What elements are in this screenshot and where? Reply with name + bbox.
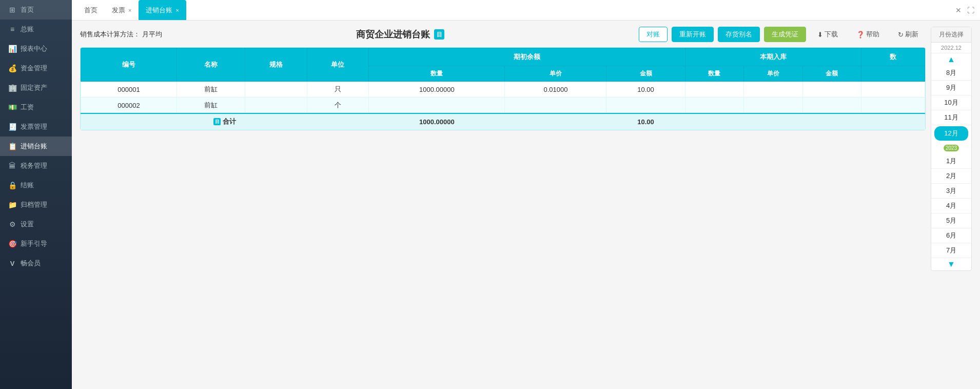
month-nav-up[interactable]: ▲: [931, 53, 971, 66]
close-invoice-tab[interactable]: ×: [128, 7, 131, 13]
sidebar-item-member[interactable]: V 畅会员: [0, 254, 72, 273]
col-header-id: 编号: [81, 48, 177, 82]
month-nav-down[interactable]: ▼: [931, 258, 971, 270]
refresh-button[interactable]: ↻ 刷新: [891, 27, 926, 42]
table-row: 000002 前缸 个: [81, 98, 925, 114]
sidebar-item-closing[interactable]: 🔒 结账: [0, 176, 72, 195]
content-area: 销售成本计算方法： 月平均 商贸企业进销台账 目 对账 重新开账 存货别名 生成…: [72, 21, 980, 389]
sidebar-item-ledger[interactable]: ≡ 总账: [0, 20, 72, 39]
download-icon: ⬇: [817, 31, 823, 38]
month-item-1[interactable]: 1月: [931, 154, 971, 169]
total-icon: 目: [213, 118, 221, 125]
month-item-4[interactable]: 4月: [931, 199, 971, 213]
home-icon: ⊞: [8, 6, 16, 14]
month-item-6[interactable]: 6月: [931, 228, 971, 243]
row1-id: 000001: [81, 82, 177, 98]
cost-method: 销售成本计算方法： 月平均: [80, 30, 162, 39]
sidebar-item-tax[interactable]: 🏛 税务管理: [0, 156, 72, 176]
generate-voucher-button[interactable]: 生成凭证: [764, 27, 806, 42]
page-title-icon: 目: [434, 29, 444, 40]
funds-icon: 💰: [8, 64, 16, 72]
month-item-8[interactable]: 8月: [931, 66, 971, 81]
help-button[interactable]: ❓ 帮助: [849, 27, 887, 42]
invoice-mgmt-icon: 🧾: [8, 123, 16, 131]
month-item-5[interactable]: 5月: [931, 213, 971, 228]
row2-qichu-qty: [369, 98, 505, 114]
month-item-10[interactable]: 10月: [931, 95, 971, 110]
sidebar-item-home[interactable]: ⊞ 首页: [0, 0, 72, 20]
month-item-3[interactable]: 3月: [931, 184, 971, 199]
row2-extra: [861, 98, 925, 114]
tab-invoice[interactable]: 发票 ×: [105, 0, 139, 20]
archive-icon: 📁: [8, 201, 16, 209]
month-item-9[interactable]: 9月: [931, 81, 971, 95]
sub-header-qichu-amount: 金额: [606, 66, 685, 82]
sidebar-item-payroll[interactable]: 💵 工资: [0, 98, 72, 117]
total-ruku-amount: [802, 113, 861, 130]
total-row: 目 合计 1000.00000 10.00: [81, 113, 925, 130]
tab-inventory[interactable]: 进销台账 ×: [139, 0, 186, 20]
report-icon: 📊: [8, 45, 16, 53]
sub-header-extra: [861, 66, 925, 82]
row2-name: 前缸: [177, 98, 245, 114]
inventory-table-wrapper: 编号 名称 规格 单位 期初余额 本期入库 数 数量 单价 金额 数: [80, 47, 926, 130]
inventory-icon: 📋: [8, 142, 16, 150]
close-inventory-tab[interactable]: ×: [175, 7, 179, 13]
sub-header-ruku-price: 单价: [744, 66, 802, 82]
main-area: 首页 发票 × 进销台账 × ✕ ⛶ 销售成本计算方法： 月平均 商贸企业进: [72, 0, 980, 389]
sidebar-item-funds[interactable]: 💰 资金管理: [0, 59, 72, 78]
sidebar-item-archive[interactable]: 📁 归档管理: [0, 195, 72, 215]
month-item-11[interactable]: 11月: [931, 110, 971, 125]
sub-header-ruku-amount: 金额: [802, 66, 861, 82]
row2-qichu-price: [505, 98, 606, 114]
col-header-name: 名称: [177, 48, 245, 82]
reopen-button[interactable]: 重新开账: [672, 27, 714, 42]
row1-spec: [245, 82, 307, 98]
month-item-7[interactable]: 7月: [931, 243, 971, 258]
header-row: 销售成本计算方法： 月平均 商贸企业进销台账 目 对账 重新开账 存货别名 生成…: [80, 27, 926, 42]
page-title-area: 商贸企业进销台账 目: [356, 28, 444, 41]
month-panel-year-2022: 2022.12: [931, 43, 971, 53]
row2-spec: [245, 98, 307, 114]
assets-icon: 🏢: [8, 84, 16, 92]
maximize-window-button[interactable]: ⛶: [966, 5, 976, 15]
row2-ruku-qty: [685, 98, 743, 114]
month-panel-title: 月份选择: [931, 27, 971, 43]
reconcile-button[interactable]: 对账: [639, 27, 668, 42]
sidebar-item-guide[interactable]: 🎯 新手引导: [0, 234, 72, 254]
refresh-icon: ↻: [898, 31, 904, 38]
help-icon: ❓: [856, 31, 865, 38]
close-window-button[interactable]: ✕: [953, 5, 964, 15]
total-label-cell: 目 合计: [81, 113, 369, 130]
sidebar-item-inventory[interactable]: 📋 进销台账: [0, 137, 72, 156]
sub-header-qichu-price: 单价: [505, 66, 606, 82]
sidebar-item-invoice-mgmt[interactable]: 🧾 发票管理: [0, 117, 72, 137]
year-2023-badge: 2023: [944, 145, 959, 151]
month-item-12[interactable]: 12月: [934, 126, 968, 141]
col-header-unit: 单位: [307, 48, 369, 82]
window-controls: ✕ ⛶: [949, 0, 980, 21]
month-item-2[interactable]: 2月: [931, 169, 971, 184]
total-qichu-amount: 10.00: [606, 113, 685, 130]
sidebar-item-assets[interactable]: 🏢 固定资产: [0, 78, 72, 98]
row2-ruku-price: [744, 98, 802, 114]
closing-icon: 🔒: [8, 181, 16, 189]
col-header-qichu: 期初余额: [369, 48, 685, 66]
download-button[interactable]: ⬇ 下载: [810, 27, 845, 42]
sidebar-item-report[interactable]: 📊 报表中心: [0, 39, 72, 59]
sidebar-item-settings[interactable]: ⚙ 设置: [0, 215, 72, 234]
total-ruku-qty: [685, 113, 743, 130]
col-header-extra: 数: [861, 48, 925, 66]
page-title: 商贸企业进销台账: [356, 28, 430, 41]
row1-unit: 只: [307, 82, 369, 98]
save-alias-button[interactable]: 存货别名: [718, 27, 760, 42]
main-panel: 销售成本计算方法： 月平均 商贸企业进销台账 目 对账 重新开账 存货别名 生成…: [80, 27, 926, 383]
total-extra: [861, 113, 925, 130]
tab-home[interactable]: 首页: [77, 0, 105, 20]
tab-bar: 首页 发票 × 进销台账 × ✕ ⛶: [72, 0, 980, 21]
row1-ruku-price: [744, 82, 802, 98]
month-panel: 月份选择 2022.12 ▲ 8月 9月 10月 11月 12月 2023 1月…: [931, 27, 972, 271]
sidebar: ⊞ 首页 ≡ 总账 📊 报表中心 💰 资金管理 🏢 固定资产 💵 工资 🧾 发票…: [0, 0, 72, 389]
member-icon: V: [8, 260, 16, 267]
col-header-spec: 规格: [245, 48, 307, 82]
